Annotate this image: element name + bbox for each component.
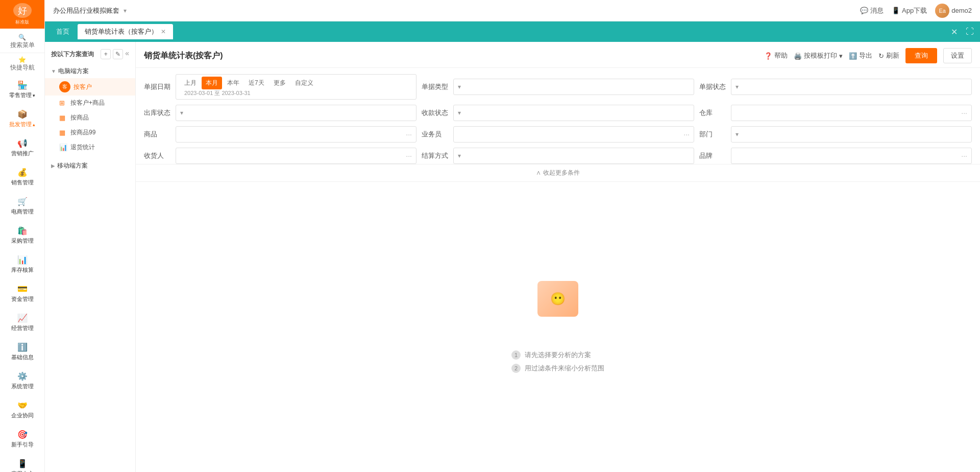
user-menu[interactable]: Ea demo2 bbox=[935, 4, 972, 18]
tab-home[interactable]: 首页 bbox=[49, 24, 77, 39]
out-status-control[interactable]: ▾ bbox=[176, 105, 416, 121]
mobile-scheme-group: ▶ 移动端方案 bbox=[45, 157, 135, 175]
scheme-by-customer-goods[interactable]: ⊞ 按客户+商品 bbox=[45, 96, 135, 110]
dept-control[interactable]: ▾ bbox=[731, 126, 972, 143]
scheme-refund-stat[interactable]: 📊 退货统计 bbox=[45, 140, 135, 155]
date-range: 2023-03-01 至 2023-03-31 bbox=[184, 89, 251, 97]
tip-num-1: 1 bbox=[511, 350, 521, 360]
message-icon: 💬 bbox=[860, 7, 868, 14]
tab-sales-stat[interactable]: 销货单统计表（按客户） ✕ bbox=[78, 24, 173, 39]
doc-status-chevron: ▾ bbox=[736, 83, 739, 90]
scheme-by-goods-99[interactable]: ▦ 按商品99 bbox=[45, 125, 135, 140]
settlement-control[interactable]: ▾ bbox=[453, 148, 694, 164]
sidebar-item-wholesale[interactable]: 📦 批发管理 ▴ bbox=[0, 104, 44, 133]
sidebar-item-app-center[interactable]: 📱 应用中心 bbox=[0, 454, 44, 472]
sidebar-item-enterprise[interactable]: 🤝 企业协同 bbox=[0, 395, 44, 424]
date-tab-last-7[interactable]: 近7天 bbox=[244, 77, 268, 89]
scheme-by-customer[interactable]: 客 按客户 bbox=[45, 78, 135, 96]
collapse-more-button[interactable]: ∧ 收起更多条件 bbox=[136, 164, 980, 182]
brand-dots: ··· bbox=[961, 152, 967, 160]
topbar-title: 办公用品行业模拟账套 bbox=[53, 6, 119, 15]
desktop-group-header[interactable]: ▼ 电脑端方案 bbox=[45, 64, 135, 78]
date-tab-this-year[interactable]: 本年 bbox=[223, 77, 243, 89]
sidebar-item-sales[interactable]: 💰 销售管理 bbox=[0, 162, 44, 192]
brand-control[interactable]: ··· bbox=[731, 148, 972, 164]
doc-type-control[interactable]: ▾ bbox=[453, 79, 694, 95]
sidebar-item-quick-nav[interactable]: ⭐ 快捷导航 bbox=[0, 53, 44, 75]
goods-control[interactable]: ··· bbox=[176, 126, 416, 143]
refresh-icon: ↻ bbox=[878, 52, 884, 60]
mobile-group-header[interactable]: ▶ 移动端方案 bbox=[45, 159, 135, 173]
sidebar-item-guide[interactable]: 🎯 新手引导 bbox=[0, 424, 44, 454]
sidebar-item-finance[interactable]: 💳 资金管理 bbox=[0, 279, 44, 308]
out-status-label: 出库状态 bbox=[144, 108, 173, 117]
doc-type-label: 单据类型 bbox=[422, 82, 450, 91]
filter-goods: 商品 ··· bbox=[144, 126, 416, 143]
sidebar-item-marketing[interactable]: 📢 营销推广 bbox=[0, 133, 44, 162]
sidebar-item-ecommerce[interactable]: 🛒 电商管理 bbox=[0, 192, 44, 221]
doc-status-label: 单据状态 bbox=[699, 82, 728, 91]
scheme-by-goods[interactable]: ▦ 按商品 bbox=[45, 110, 135, 125]
filter-row-2: 出库状态 ▾ 收款状态 ▾ 仓库 ··· bbox=[144, 105, 972, 121]
sidebar-item-purchase[interactable]: 🛍️ 采购管理 bbox=[0, 221, 44, 250]
help-button[interactable]: ❓ 帮助 bbox=[764, 51, 788, 60]
logo-subtext: 标准版 bbox=[15, 19, 29, 26]
date-tab-more[interactable]: 更多 bbox=[270, 77, 290, 89]
doc-status-control[interactable]: ▾ bbox=[731, 79, 972, 95]
app-download-button[interactable]: 📱 App下载 bbox=[892, 6, 927, 15]
sidebar-item-basic[interactable]: ℹ️ 基础信息 bbox=[0, 337, 44, 366]
scheme-icon-customer: 客 bbox=[59, 81, 70, 92]
receive-status-control[interactable]: ▾ bbox=[453, 105, 694, 121]
sidebar-item-operation[interactable]: 📈 经营管理 bbox=[0, 308, 44, 337]
date-tabs: 上月 本月 本年 近7天 更多 自定义 bbox=[180, 77, 317, 89]
date-tab-last-month[interactable]: 上月 bbox=[180, 77, 201, 89]
sidebar-item-inventory[interactable]: 📊 库存核算 bbox=[0, 250, 44, 279]
warehouse-control[interactable]: ··· bbox=[731, 105, 972, 121]
print-button[interactable]: 🖨️ 按模板打印 ▾ bbox=[794, 51, 843, 60]
topbar-right: 💬 消息 📱 App下载 Ea demo2 bbox=[860, 4, 972, 18]
date-tab-this-month[interactable]: 本月 bbox=[202, 77, 222, 89]
user-name: demo2 bbox=[951, 7, 972, 14]
receiver-control[interactable]: ··· bbox=[176, 148, 416, 164]
empty-illustration: 😶 bbox=[527, 281, 589, 342]
export-button[interactable]: ⬆️ 导出 bbox=[849, 51, 872, 60]
salesman-label: 业务员 bbox=[422, 130, 450, 139]
out-status-chevron: ▾ bbox=[180, 109, 183, 116]
download-icon: 📱 bbox=[892, 7, 900, 14]
salesman-control[interactable]: ··· bbox=[453, 126, 694, 143]
filter-doc-status: 单据状态 ▾ bbox=[699, 74, 972, 100]
group-expand-arrow: ▼ bbox=[51, 68, 56, 74]
search-button[interactable]: 查询 bbox=[905, 48, 937, 63]
sidebar-item-system[interactable]: ⚙️ 系统管理 bbox=[0, 366, 44, 395]
sidebar-item-search[interactable]: 🔍 搜索菜单 bbox=[0, 29, 44, 53]
filter-salesman: 业务员 ··· bbox=[422, 126, 694, 143]
add-scheme-button[interactable]: + bbox=[101, 49, 111, 59]
avatar: Ea bbox=[935, 4, 949, 18]
date-control[interactable]: 上月 本月 本年 近7天 更多 自定义 2023-03-01 至 2023-03… bbox=[176, 74, 416, 100]
topbar: 办公用品行业模拟账套 ▾ 💬 消息 📱 App下载 Ea demo2 bbox=[45, 0, 980, 21]
desktop-scheme-group: ▼ 电脑端方案 客 按客户 ⊞ 按客户+商品 ▦ 按商品 ▦ 按商品 bbox=[45, 62, 135, 157]
edit-scheme-button[interactable]: ✎ bbox=[113, 49, 123, 59]
tip-num-2: 2 bbox=[511, 364, 521, 373]
collapse-panel-button[interactable]: « bbox=[125, 49, 129, 59]
tab-maximize-button[interactable]: ⛶ bbox=[964, 26, 976, 37]
settings-button[interactable]: 设置 bbox=[943, 48, 972, 63]
sidebar-item-retail[interactable]: 🏪 零售管理 ▾ bbox=[0, 75, 44, 104]
settlement-chevron: ▾ bbox=[458, 152, 461, 159]
tab-close-button[interactable]: ✕ bbox=[161, 28, 166, 35]
date-tab-custom[interactable]: 自定义 bbox=[291, 77, 317, 89]
sidebar: 好 标准版 🔍 搜索菜单 ⭐ 快捷导航 🏪 零售管理 ▾ 📦 批发管理 ▴ 📢 … bbox=[0, 0, 45, 472]
goods-dots: ··· bbox=[406, 130, 412, 138]
panel-actions: + ✎ « bbox=[101, 49, 129, 59]
tabbar-actions: ✕ ⛶ bbox=[949, 26, 976, 38]
message-button[interactable]: 💬 消息 bbox=[860, 6, 884, 15]
refresh-button[interactable]: ↻ 刷新 bbox=[878, 51, 899, 60]
topbar-dropdown-arrow[interactable]: ▾ bbox=[124, 7, 127, 14]
page-actions: ❓ 帮助 🖨️ 按模板打印 ▾ ⬆️ 导出 ↻ 刷新 bbox=[764, 48, 972, 63]
salesman-dots: ··· bbox=[683, 130, 690, 138]
tab-close-all-button[interactable]: ✕ bbox=[949, 26, 960, 38]
tip-text-2: 用过滤条件来缩小分析范围 bbox=[525, 364, 604, 373]
empty-tips: 1 请先选择要分析的方案 2 用过滤条件来缩小分析范围 bbox=[511, 350, 604, 373]
goods-label: 商品 bbox=[144, 130, 173, 139]
export-icon: ⬆️ bbox=[849, 52, 857, 60]
